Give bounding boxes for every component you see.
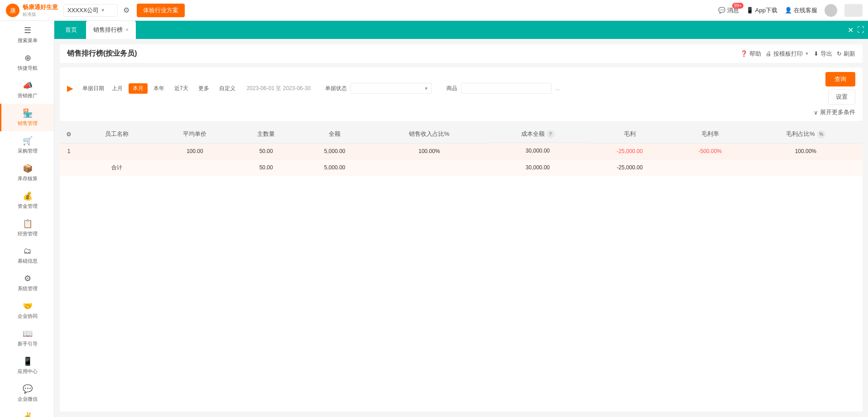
- sidebar-item-enterprise[interactable]: 🤝 企业协同: [0, 297, 54, 324]
- col-settings-header[interactable]: ⚙: [60, 125, 78, 143]
- date-tab-more[interactable]: 更多: [194, 83, 213, 94]
- export-btn[interactable]: ⬇ 导出: [814, 50, 832, 58]
- profit-ratio-info-icon[interactable]: %: [817, 130, 825, 139]
- date-tab-current-month[interactable]: 本月: [129, 83, 148, 94]
- date-tab-7days[interactable]: 近7天: [170, 83, 192, 94]
- help-icon: ❓: [740, 50, 748, 57]
- query-button[interactable]: 查询: [825, 72, 855, 86]
- sidebar-item-sales[interactable]: 🏪 销售管理: [0, 104, 54, 131]
- user-info[interactable]: [844, 4, 863, 17]
- enterprise-icon: 🤝: [23, 301, 33, 311]
- inventory-icon: 📦: [23, 163, 33, 173]
- table-container: ⚙ 员工名称 平均单价 主数量: [60, 125, 863, 412]
- goods-label: 商品: [446, 85, 457, 92]
- trial-button[interactable]: 体验行业方案: [137, 4, 185, 17]
- print-btn[interactable]: 🖨 按模板打印 ▼: [766, 50, 809, 58]
- refresh-label: 刷新: [844, 50, 855, 58]
- sidebar-item-quick-nav[interactable]: ⊕ 快捷导航: [0, 48, 54, 76]
- sidebar-item-search-orders[interactable]: ☰ 搜索菜单: [0, 21, 54, 48]
- company-selector[interactable]: XXXXX公司 ▼: [63, 4, 118, 17]
- column-settings-icon[interactable]: ⚙: [66, 131, 72, 138]
- tab-sales-ranking[interactable]: 销售排行榜 ×: [86, 21, 136, 39]
- guide-icon: 📖: [23, 329, 33, 339]
- footer-amount: 5,000.00: [298, 159, 371, 176]
- page-content: 销售排行榜(按业务员) ❓ 帮助 🖨 按模板打印 ▼ ⬇ 导出: [54, 39, 868, 417]
- chevron-down-icon: ▼: [101, 8, 105, 13]
- date-tab-last-month[interactable]: 上月: [108, 83, 127, 94]
- date-tab-current-year[interactable]: 本年: [149, 83, 168, 94]
- settings-icon-btn[interactable]: ⚙: [121, 4, 131, 16]
- tab-fullscreen-icon[interactable]: ⛶: [857, 26, 864, 34]
- sidebar-item-guide[interactable]: 📖 新手引导: [0, 324, 54, 352]
- filter-section: ▶ 单据日期 上月 本月 本年 近7天 更多 自定义 2023-: [60, 67, 863, 121]
- sidebar-label-finance: 资金管理: [18, 203, 38, 210]
- col-amount-header: 全额: [298, 125, 371, 143]
- app-download-btn[interactable]: 📱 App下载: [746, 6, 777, 14]
- logo-subtitle: 标准版: [23, 11, 58, 18]
- cell-amount: 5,000.00: [298, 143, 371, 159]
- goods-input[interactable]: [461, 83, 551, 94]
- sidebar-item-wechat[interactable]: 💬 企业微信: [0, 379, 54, 407]
- sidebar: ☰ 搜索菜单 ⊕ 快捷导航 📣 营销推广 🏪 销售管理 🛒 采购管理 📦 库存核…: [0, 21, 54, 417]
- sidebar-label-enterprise: 企业协同: [18, 313, 38, 320]
- cell-quantity: 50.00: [234, 143, 298, 159]
- col-quantity-header: 主数量: [234, 125, 298, 143]
- tab-close-all-icon[interactable]: ✕: [848, 26, 854, 34]
- status-filter-item: 单据状态 ▼: [325, 83, 432, 94]
- sidebar-item-app-center[interactable]: 📱 应用中心: [0, 352, 54, 379]
- print-chevron-icon: ▼: [805, 51, 809, 56]
- expand-arrow-icon[interactable]: ▶: [67, 83, 73, 93]
- page-actions: ❓ 帮助 🖨 按模板打印 ▼ ⬇ 导出 ↻ 刷新: [740, 50, 855, 58]
- sidebar-item-member[interactable]: ✌ 畅会员: [0, 407, 54, 417]
- footer-empty: [60, 159, 78, 176]
- tab-home[interactable]: 首页: [58, 21, 84, 39]
- footer-profit-rate: [671, 159, 749, 176]
- logo-title: 畅康通好生意: [23, 3, 58, 11]
- sidebar-item-system[interactable]: ⚙ 系统管理: [0, 269, 54, 297]
- goods-more-btn[interactable]: ...: [555, 85, 560, 91]
- service-btn[interactable]: 👤 在线客服: [785, 6, 817, 14]
- expand-more-btn[interactable]: ∨ 展开更多条件: [814, 108, 855, 116]
- help-btn[interactable]: ❓ 帮助: [740, 50, 761, 58]
- date-filter-item: 单据日期 上月 本月 本年 近7天 更多 自定义 2023-06-01 至 20…: [82, 83, 311, 94]
- sidebar-item-basic-info[interactable]: 🗂 基础信息: [0, 242, 54, 269]
- sidebar-label-quick-nav: 快捷导航: [18, 65, 38, 72]
- page-title: 销售排行榜(按业务员): [67, 49, 137, 58]
- sidebar-label-basic-info: 基础信息: [18, 258, 38, 264]
- tab-label-sales-ranking: 销售排行榜: [93, 26, 123, 34]
- footer-row: 合计 50.00 5,000.00 30,000.00 -25,000.00: [60, 159, 863, 176]
- avatar[interactable]: [825, 4, 837, 17]
- cell-sales-ratio: 100.00%: [371, 143, 487, 159]
- col-avgprice-header: 平均单价: [156, 125, 234, 143]
- status-select-wrapper: ▼: [350, 83, 432, 94]
- footer-cost: 30,000.00: [488, 159, 588, 176]
- sidebar-item-inventory[interactable]: 📦 库存核算: [0, 159, 54, 187]
- sidebar-label-search-orders: 搜索菜单: [18, 37, 38, 44]
- date-tab-custom[interactable]: 自定义: [215, 83, 240, 94]
- app-icon: 📱: [746, 7, 753, 14]
- sidebar-item-operations[interactable]: 📋 经营管理: [0, 214, 54, 242]
- cell-rank: 1: [60, 143, 78, 159]
- service-icon: 👤: [785, 7, 792, 14]
- sidebar-item-purchase[interactable]: 🛒 采购管理: [0, 131, 54, 159]
- tab-close-btn[interactable]: ×: [125, 27, 129, 33]
- refresh-icon: ↻: [837, 50, 842, 57]
- expand-more-icon: ∨: [814, 109, 818, 116]
- status-label: 单据状态: [325, 85, 347, 92]
- col-profit-header: 毛利: [588, 125, 671, 143]
- refresh-btn[interactable]: ↻ 刷新: [837, 50, 855, 58]
- col-employee-header: 员工名称: [78, 125, 156, 143]
- message-btn[interactable]: 💬 消息 99+: [718, 6, 739, 14]
- sidebar-item-finance[interactable]: 💰 资金管理: [0, 187, 54, 214]
- sidebar-item-marketing[interactable]: 📣 营销推广: [0, 76, 54, 104]
- settings-button[interactable]: 设置: [828, 89, 855, 105]
- cost-info-icon[interactable]: ?: [547, 130, 555, 138]
- date-tabs: 上月 本月 本年 近7天 更多 自定义: [108, 83, 240, 94]
- sidebar-label-purchase: 采购管理: [18, 148, 38, 154]
- footer-profit: -25,000.00: [588, 159, 671, 176]
- app-center-icon: 📱: [23, 356, 33, 366]
- filter-expand-toggle[interactable]: ▶: [67, 83, 73, 93]
- logo-icon: 康: [5, 3, 20, 18]
- status-select[interactable]: [350, 83, 432, 94]
- col-sales-ratio-header: 销售收入占比%: [371, 125, 487, 143]
